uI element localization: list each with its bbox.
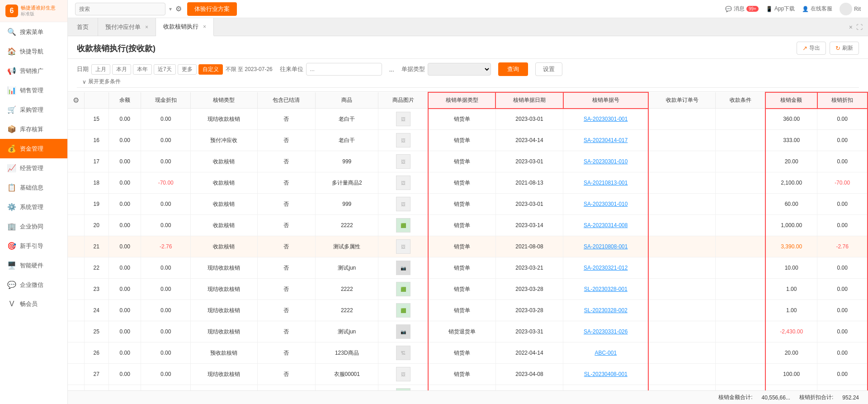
sidebar-item-operations[interactable]: 📈经营管理 [0,158,67,178]
cell-write-off-type: 收款核销 [190,194,257,215]
sidebar-item-basic[interactable]: 📋基础信息 [0,178,67,197]
cell-receipt-order-no [648,385,715,391]
sidebar-item-quicknav[interactable]: 🏠快捷导航 [0,42,67,61]
write-off-amount-value: 360.00 [783,116,800,122]
sidebar-item-hardware[interactable]: 🖥️智能硬件 [0,256,67,275]
date-btn-7days[interactable]: 近7天 [154,64,176,75]
date-btn-this-year[interactable]: 本年 [133,64,152,75]
column-settings-icon[interactable]: ⚙ [73,96,79,104]
sidebar-item-inventory[interactable]: 📦库存核算 [0,119,67,139]
refresh-icon: ↻ [835,45,840,52]
online-service-action[interactable]: 👤 在线客服 [802,5,832,13]
date-btn-last-month[interactable]: 上月 [91,64,110,75]
cell-product-image: 🏗 [378,342,428,364]
bill-no-link[interactable]: SA-20230301-010 [584,158,627,165]
cell-product: 2222 [316,385,378,391]
write-off-discount-value: 0.00 [837,328,847,335]
cell-include-cleared: 否 [257,342,316,364]
sidebar-item-purchase[interactable]: 🛒采购管理 [0,100,67,119]
bill-no-link[interactable]: SA-20230331-026 [584,328,627,335]
bill-no-link[interactable]: SA-20230301-010 [584,201,627,207]
cell-balance: 0.00 [109,364,141,385]
cell-bill-report-type: 销货单 [428,279,495,300]
bill-no-link[interactable]: SL-20230408-001 [584,371,627,377]
sidebar-item-marketing[interactable]: 📢营销推广 [0,61,67,81]
sidebar-item-system[interactable]: ⚙️系统管理 [0,197,67,217]
tab-receipt[interactable]: 收款核销执行 × [156,18,214,36]
app-download-action[interactable]: 📱 App下载 [766,5,795,13]
refresh-btn[interactable]: ↻ 刷新 [830,42,859,55]
cell-write-off-amount: 100.00 [765,385,817,391]
cell-receipt-order-no [648,151,715,172]
bill-no-link[interactable]: SA-20230321-012 [584,265,627,271]
tab-home[interactable]: 首页 [68,18,98,36]
sidebar-item-enterprise[interactable]: 🏢企业协同 [0,217,67,236]
bill-no-link[interactable]: ABC-001 [594,350,617,356]
cell-include-cleared: 否 [257,236,316,257]
filter-bar: 日期 上月 本月 本年 近7天 更多 自定义 不限 至 2023-07-26 往… [68,59,868,92]
sidebar-item-finance[interactable]: 💰资金管理 [0,139,67,158]
top-header: ▾ ⚙ 体验行业方案 💬 消息 99+ 📱 App下载 👤 在线客服 [68,0,868,18]
cell-cash-discount: 0.00 [141,194,191,215]
bill-no-link[interactable]: SA-20230301-001 [584,116,627,122]
sidebar-item-member[interactable]: V畅会员 [0,295,67,314]
app-logo-icon: 6 [5,5,18,17]
cell-product-image: 🟩 [378,385,428,391]
cell-bill-date: 2023-04-14 [495,130,563,151]
cell-bill-no: SL-20230408-001 [563,364,649,385]
date-btn-more[interactable]: 更多 [178,64,197,75]
sidebar-item-guide[interactable]: 🎯新手引导 [0,236,67,256]
operations-icon: 📈 [7,164,16,172]
bill-no-link[interactable]: SL-20230328-001 [584,286,627,292]
close-window-icon[interactable]: × [849,24,853,31]
sidebar-item-wechat[interactable]: 💬企业微信 [0,275,67,295]
user-action[interactable]: Rit [840,3,861,15]
filter-setting-btn[interactable]: 设置 [535,62,562,76]
search-input[interactable] [75,3,165,15]
date-btn-custom[interactable]: 自定义 [198,64,223,75]
dropdown-arrow-icon[interactable]: ▾ [169,6,172,12]
cell-write-off-amount: 1.00 [765,279,817,300]
cell-product: 老白干 [316,130,378,151]
bill-no-link[interactable]: SA-20230414-017 [584,137,627,143]
sidebar-label-operations: 经营管理 [20,164,43,172]
tab-receipt-close-icon[interactable]: × [203,24,206,30]
table-row: 17 0.00 0.00 收款核销 否 999 🖼 销货单 2023-03-01… [68,151,868,172]
industry-btn[interactable]: 体验行业方案 [187,2,237,16]
cell-include-cleared: 否 [257,151,316,172]
bill-no-link[interactable]: SA-20210813-001 [584,180,627,186]
cell-balance: 0.00 [109,321,141,342]
header-right-actions: 💬 消息 99+ 📱 App下载 👤 在线客服 Rit [725,3,861,15]
bill-no-link[interactable]: SA-20230314-008 [584,222,627,228]
cell-product-image: 🖼 [378,236,428,257]
cell-seq: 17 [84,151,109,172]
basic-icon: 📋 [7,183,16,192]
sidebar-item-search[interactable]: 🔍搜索菜单 [0,22,67,42]
tab-prepay[interactable]: 预付冲应付单 × [98,18,156,36]
cell-product: 999 [316,151,378,172]
partner-input[interactable] [306,63,382,76]
th-bill-report-type: 核销单据类型 [428,92,495,109]
date-btn-this-month[interactable]: 本月 [112,64,131,75]
bill-type-select[interactable] [428,63,491,76]
cell-product-image: 🟩 [378,215,428,236]
cash-discount-value: -70.00 [158,180,174,186]
expand-conditions-btn[interactable]: ∨ 展开更多条件 [77,76,859,88]
cell-bill-no: SA-20210813-001 [563,172,649,194]
query-btn[interactable]: 查询 [498,62,528,76]
cell-receipt-condition [716,364,765,385]
message-action[interactable]: 💬 消息 99+ [725,5,759,13]
cell-write-off-type: 预付冲应收 [190,130,257,151]
bill-no-link[interactable]: SL-20230328-002 [584,307,627,314]
cell-cash-discount: 0.00 [141,151,191,172]
export-btn[interactable]: ↗ 导出 [797,42,826,55]
cell-write-off-discount: 0.00 [817,130,868,151]
tab-prepay-close-icon[interactable]: × [145,24,148,30]
bill-no-link[interactable]: SA-20210808-001 [584,243,627,250]
gear-icon[interactable]: ⚙ [175,5,182,13]
maximize-icon[interactable]: ⛶ [856,24,863,31]
tab-bar: 首页 预付冲应付单 × 收款核销执行 × × ⛶ [68,18,868,36]
sidebar-label-enterprise: 企业协同 [20,223,43,231]
cell-write-off-discount: 0.00 [817,321,868,342]
sidebar-item-sales[interactable]: 📊销售管理 [0,81,67,100]
